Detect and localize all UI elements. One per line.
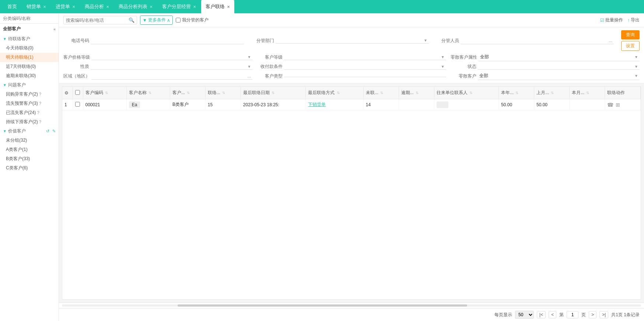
query-button[interactable]: 查询 xyxy=(621,30,640,39)
filter-retail-customer: 零散客户 全部 ▼ xyxy=(451,72,640,80)
nav-sales-close[interactable]: ✕ xyxy=(43,5,46,9)
export-button[interactable]: ↑ 导出 xyxy=(627,17,640,23)
scroll-thumb[interactable] xyxy=(178,304,467,307)
nav-purchase-close[interactable]: ✕ xyxy=(72,5,75,9)
per-page-select[interactable]: 50 100 200 xyxy=(515,311,534,319)
my-customer-checkbox-area[interactable]: 我分管的客户 xyxy=(176,17,209,23)
row-unit-contact-masked xyxy=(437,101,448,108)
prev-page-btn[interactable]: < xyxy=(549,311,556,318)
filter-customer-type-select[interactable] xyxy=(284,75,446,77)
filter-region-select[interactable]: ... xyxy=(91,73,252,80)
nav-sales[interactable]: 销货单 ✕ xyxy=(22,0,50,13)
scroll-track[interactable] xyxy=(62,304,641,307)
row-last-method: 下销货单 xyxy=(306,99,363,110)
more-filter-button[interactable]: ▼ 更多条件 ∧ xyxy=(140,15,173,25)
nav-goods-analysis-close[interactable]: ✕ xyxy=(106,5,109,9)
sidebar-item-churned[interactable]: 已流失客户(24) ? xyxy=(0,108,59,117)
row-index: 1 xyxy=(62,99,73,110)
page-label: 第 xyxy=(559,312,564,318)
pending-group[interactable]: ▼ 待联络客户 xyxy=(0,34,59,44)
last-page-btn[interactable]: >| xyxy=(599,311,608,318)
filter-retail-customer-arrow: ▼ xyxy=(634,74,638,78)
filter-dept-arrow: ▼ xyxy=(424,38,427,42)
filter-retail-attr-arrow: ▼ xyxy=(634,55,638,59)
sidebar-item-overdue[interactable]: 逾期未联络(30) xyxy=(0,71,59,80)
collapse-icon: « xyxy=(53,27,56,31)
nav-customer-tier-close[interactable]: ✕ xyxy=(193,5,196,9)
sidebar-item-declining[interactable]: 持续下滑客户(2) ? xyxy=(0,117,59,127)
action-call-icon[interactable]: ☎ xyxy=(607,102,613,108)
set-button[interactable]: 设置 xyxy=(621,41,640,51)
filter-payment-arrow: ▼ xyxy=(441,65,445,69)
filter-status-select[interactable]: ▼ xyxy=(478,64,640,70)
nav-customer-contact[interactable]: 客户联络 ✕ xyxy=(201,0,234,13)
horizontal-scrollbar xyxy=(59,303,644,308)
filter-status-arrow: ▼ xyxy=(634,65,638,69)
filter-dept-select[interactable]: ▼ xyxy=(276,38,429,44)
sidebar-item-churn-warning[interactable]: 流失预警客户(3) ? xyxy=(0,99,59,108)
filter-icon: ▼ xyxy=(143,18,147,23)
filter-gender-select[interactable]: ▼ xyxy=(91,64,252,70)
sidebar-item-class-c[interactable]: C类客户(6) xyxy=(0,163,59,173)
problem-group[interactable]: ▼ 问题客户 xyxy=(0,80,59,90)
sidebar-item-week-pending[interactable]: 近7天待联络(0) xyxy=(0,62,59,71)
nav-purchase[interactable]: 进货单 ✕ xyxy=(51,0,80,13)
sidebar-search-input[interactable] xyxy=(3,16,58,21)
action-grid-icon[interactable]: ⊞ xyxy=(616,102,620,108)
all-customers-title[interactable]: 全部客户 « xyxy=(0,24,59,34)
nav-goods-analysis-list-close[interactable]: ✕ xyxy=(150,5,153,9)
toolbar-search-input[interactable] xyxy=(66,18,129,23)
filter-retail-customer-value: 全部 xyxy=(479,73,488,79)
filter-person-ellipsis[interactable]: ... xyxy=(609,38,612,43)
next-page-btn[interactable]: > xyxy=(589,311,596,318)
row-checkbox[interactable] xyxy=(75,102,80,107)
filter-region-ellipsis[interactable]: ... xyxy=(247,73,251,79)
nav-purchase-label: 进货单 xyxy=(56,3,70,10)
nav-goods-analysis-list[interactable]: 商品分析列表 ✕ xyxy=(114,0,157,13)
col-customer-type: 客户... ⇅ xyxy=(170,87,205,99)
filter-payment-select[interactable]: ▼ xyxy=(284,64,446,70)
nav-goods-analysis-label: 商品分析 xyxy=(85,3,104,10)
my-customer-checkbox[interactable] xyxy=(176,18,181,23)
filter-retail-attr-select[interactable]: 全部 ▼ xyxy=(479,53,640,61)
settings-icon[interactable]: ⚙ xyxy=(64,90,69,96)
filter-customer-level-select[interactable]: ▼ xyxy=(284,54,446,60)
sort-lastmonth-icon: ⇅ xyxy=(551,91,554,95)
first-page-btn[interactable]: |< xyxy=(537,311,546,318)
sidebar-item-class-b[interactable]: B类客户(33) xyxy=(0,154,59,163)
nav-sales-label: 销货单 xyxy=(27,3,41,10)
batch-op-button[interactable]: ☑ 批量操作 xyxy=(600,17,623,23)
value-group[interactable]: ▼ 价值客户 ↺ ✎ xyxy=(0,127,59,136)
nav-customer-tier[interactable]: 客户分层经营 ✕ xyxy=(158,0,200,13)
nav-goods-analysis[interactable]: 商品分析 ✕ xyxy=(80,0,113,13)
total-label: 共1页 1条记录 xyxy=(611,312,640,318)
sidebar-item-today-pending[interactable]: 今天待联络(0) xyxy=(0,44,59,53)
sidebar-item-repurchase-abnormal[interactable]: 回购异常客户(2) ? xyxy=(0,90,59,99)
filter-retail-customer-select[interactable]: 全部 ▼ xyxy=(478,72,640,80)
sidebar-item-class-a[interactable]: A类客户(1) xyxy=(0,145,59,154)
sort-year-icon: ⇅ xyxy=(515,91,518,95)
nav-customer-contact-label: 客户联络 xyxy=(206,3,225,10)
col-this-year: 本年... ⇅ xyxy=(499,87,534,99)
table-row: 1 000021 Ea B类客户 15 2023-05-23 18:25: 下销… xyxy=(62,99,641,110)
row-overdue xyxy=(399,99,434,110)
page-input[interactable] xyxy=(567,311,578,318)
row-this-month xyxy=(569,99,605,110)
batch-check-icon: ☑ xyxy=(600,18,604,23)
nav-customer-contact-close[interactable]: ✕ xyxy=(227,5,230,9)
col-this-month: 本月... ⇅ xyxy=(569,87,605,99)
sidebar-item-tomorrow-pending[interactable]: 明天待联络(1) xyxy=(0,53,59,62)
filter-phone-input[interactable] xyxy=(91,37,244,44)
filter-price-level-label: 客户价格等级 xyxy=(63,54,90,61)
sort-method-icon: ⇅ xyxy=(337,91,340,95)
sidebar-item-ungrouped[interactable]: 未分组(32) xyxy=(0,136,59,145)
filter-person-select[interactable]: ... xyxy=(461,37,614,44)
toolbar-search-icon[interactable]: 🔍 xyxy=(129,17,134,23)
filter-dept-label: 分管部门 xyxy=(248,38,274,44)
nav-home[interactable]: 首页 xyxy=(3,0,21,13)
row-unit-contact xyxy=(434,99,498,110)
sidebar-search-area: 🔍 xyxy=(0,13,59,24)
filter-price-level-select[interactable]: ▼ xyxy=(91,54,252,60)
row-last-method-link[interactable]: 下销货单 xyxy=(308,102,326,107)
select-all-checkbox[interactable] xyxy=(75,90,80,95)
